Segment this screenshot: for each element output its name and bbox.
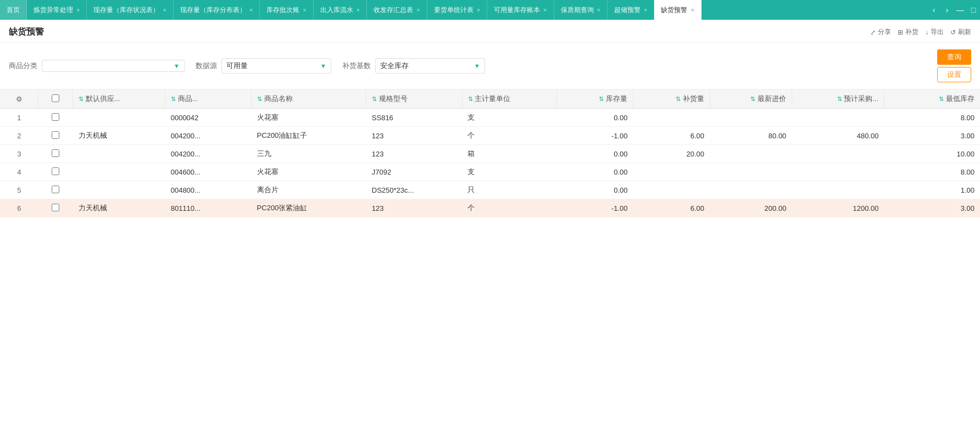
row-price [710,145,792,163]
gear-icon[interactable]: ⚙ [16,95,23,103]
table-row: 1 0000042 火花塞 SS816 支 0.00 8.00 [0,109,980,127]
col-header-supplier: ⇅ 默认供应... [73,89,165,109]
col-header-check [38,89,73,109]
replenish-base-filter-group: 补货基数 安全库存 ▼ [342,58,485,74]
query-button[interactable]: 查询 [937,49,971,65]
row-checkbox-cell [38,199,73,217]
tab-collect[interactable]: 收发存汇总表 × [367,0,427,20]
select-all-checkbox[interactable] [52,94,59,102]
tab-next-btn[interactable]: › [940,5,954,14]
row-replenish: 20.00 [633,145,710,163]
datasource-dropdown-icon: ▼ [320,63,326,69]
close-tab-available[interactable]: × [543,7,547,13]
row-price [710,163,792,181]
row-stock: -1.00 [556,199,633,217]
row-checkbox[interactable] [52,131,59,139]
close-tab-batch[interactable]: × [303,7,306,13]
row-code: 004200... [165,127,252,145]
row-checkbox[interactable] [52,167,59,175]
share-button[interactable]: ⤤ 分享 [870,27,891,37]
row-checkbox[interactable] [52,149,59,157]
datasource-select[interactable]: 可用量 ▼ [221,58,331,74]
table-body: 1 0000042 火花塞 SS816 支 0.00 8.00 2 力天机械 0… [0,109,980,217]
row-checkbox[interactable] [52,204,59,211]
close-tab-demand[interactable]: × [477,7,480,13]
refresh-button[interactable]: ↺ 刷新 [950,27,971,37]
row-replenish [633,181,710,199]
tab-inout[interactable]: 出入库流水 × [314,0,367,20]
share-icon: ⤤ [870,29,876,36]
row-purchase [792,163,884,181]
settings-button[interactable]: 设置 [937,67,971,82]
window-maximize-btn[interactable]: □ [967,5,980,14]
row-minstock: 8.00 [884,109,980,127]
table-row: 6 力天机械 801110... PC200张紧油缸 123 个 -1.00 6… [0,199,980,217]
row-unit: 箱 [462,145,556,163]
tab-exception[interactable]: 炼货异常处理 × [27,0,87,20]
row-supplier [73,109,165,127]
tab-expiry[interactable]: 保质期查询 × [554,0,608,20]
row-replenish [633,109,710,127]
row-purchase [792,181,884,199]
tab-stock-status[interactable]: 现存量（库存状况表） × [87,0,173,20]
tab-available[interactable]: 可用量库存账本 × [487,0,554,20]
row-spec: DS250*23c... [366,181,462,199]
row-purchase: 1200.00 [792,199,884,217]
col-header-minstock: ⇅ 最低库存 [884,89,980,109]
tab-batch[interactable]: 库存批次账 × [260,0,313,20]
col-header-name: ⇅ 商品名称 [252,89,366,109]
close-tab-stock-dist[interactable]: × [249,7,253,13]
row-code: 801110... [165,199,252,217]
export-button[interactable]: ↓ 导出 [925,27,944,37]
row-code: 0000042 [165,109,252,127]
close-tab-collect[interactable]: × [416,7,420,13]
sort-code-icon: ⇅ [171,96,176,102]
row-replenish [633,163,710,181]
row-stock: -1.00 [556,127,633,145]
row-name: 火花塞 [252,163,366,181]
row-index: 4 [0,163,38,181]
row-index: 3 [0,145,38,163]
tab-stock-dist[interactable]: 现存量（库存分布表） × [174,0,260,20]
row-checkbox[interactable] [52,186,59,193]
row-spec: 123 [366,199,462,217]
row-spec: SS816 [366,109,462,127]
row-minstock: 1.00 [884,181,980,199]
row-name: PC200张紧油缸 [252,199,366,217]
row-code: 004800... [165,181,252,199]
tab-home[interactable]: 首页 [0,0,27,20]
replenish-icon: ⊞ [898,29,903,36]
row-index: 5 [0,181,38,199]
replenish-button[interactable]: ⊞ 补货 [898,27,918,37]
tab-prev-btn[interactable]: ‹ [927,5,940,14]
sort-replenish-icon: ⇅ [676,96,681,102]
category-select[interactable]: ▼ [42,60,185,72]
close-tab-inout[interactable]: × [357,7,360,13]
row-stock: 0.00 [556,145,633,163]
header-actions: ⤤ 分享 ⊞ 补货 ↓ 导出 ↺ 刷新 [870,27,971,37]
replenish-base-select[interactable]: 安全库存 ▼ [375,58,485,74]
row-minstock: 8.00 [884,163,980,181]
close-tab-stock-status[interactable]: × [163,7,166,13]
row-index: 6 [0,199,38,217]
table-row: 4 004600... 火花塞 J7092 支 0.00 8.00 [0,163,980,181]
shortage-table: ⚙ ⇅ 默认供应... ⇅ 商品... ⇅ 商品名称 [0,89,980,217]
table-container: ⚙ ⇅ 默认供应... ⇅ 商品... ⇅ 商品名称 [0,89,980,226]
export-icon: ↓ [925,29,928,36]
close-tab-shortage[interactable]: × [691,7,694,13]
close-tab-expiry[interactable]: × [597,7,600,13]
table-row: 5 004800... 离合片 DS250*23c... 只 0.00 1.00 [0,181,980,199]
tab-shortage[interactable]: 缺货预警 × [654,0,701,20]
close-tab-overstock[interactable]: × [644,7,647,13]
row-spec: 123 [366,127,462,145]
sort-spec-icon: ⇅ [372,96,377,102]
row-price [710,181,792,199]
col-header-unit: ⇅ 主计量单位 [462,89,556,109]
col-header-replenish: ⇅ 补货量 [633,89,710,109]
tab-demand[interactable]: 要货单统计表 × [427,0,487,20]
tab-overstock[interactable]: 超储预警 × [608,0,654,20]
close-tab-exception[interactable]: × [76,7,80,13]
window-minimize-btn[interactable]: — [954,5,967,14]
row-checkbox[interactable] [52,113,59,121]
row-supplier [73,181,165,199]
